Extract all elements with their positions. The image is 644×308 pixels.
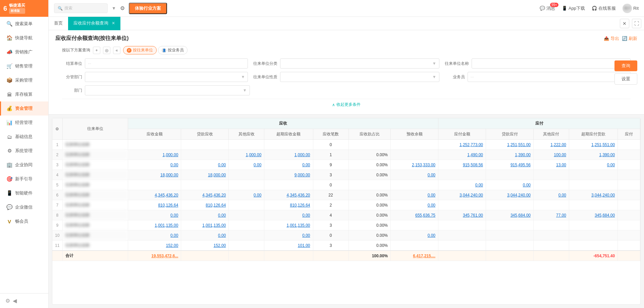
table-cell[interactable]: 152.00	[181, 240, 229, 251]
table-cell[interactable]: 1,000.00	[128, 150, 181, 160]
table-cell[interactable]: 18,000.00	[181, 170, 229, 180]
scheme-item-partner[interactable]: P 按往来单位	[123, 46, 157, 54]
set-button[interactable]: 设置	[614, 73, 637, 85]
table-cell[interactable]: 345,684.00	[569, 210, 618, 220]
sidebar-item-vip[interactable]: V 畅会员	[0, 214, 48, 228]
table-container[interactable]: ⚙ 往来单位 应收 应付 应收金额 贷款应收 其他应收 超期应收金额 应收笔数 …	[52, 118, 641, 305]
topbar-search[interactable]: 🔍 搜索	[54, 3, 108, 13]
table-cell[interactable]: 0.00	[181, 230, 229, 240]
table-cell[interactable]: 810,126.64	[181, 200, 229, 210]
table-cell[interactable]: 4,345,436.20	[264, 190, 313, 200]
table-cell[interactable]: 0.00	[438, 180, 486, 190]
sidebar-item-operations[interactable]: 📊 经营管理	[0, 116, 48, 130]
table-cell[interactable]: 4,345,436.20	[128, 190, 181, 200]
table-cell[interactable]: 1,001,135.00	[128, 220, 181, 230]
scheme-item-salesperson[interactable]: 👤 按业务员	[158, 46, 187, 54]
table-cell[interactable]: 810,126.64	[128, 200, 181, 210]
sidebar-item-search-menu[interactable]: 🔍 搜索菜单	[0, 17, 48, 31]
table-cell[interactable]: 0.00	[486, 180, 534, 190]
app-download-btn[interactable]: 📱 App下载	[562, 5, 585, 11]
table-cell[interactable]: 1,251,551.00	[569, 140, 618, 150]
settlement-input[interactable]: ···	[85, 58, 248, 69]
table-cell[interactable]: 0.00	[569, 160, 618, 170]
sidebar-item-sales[interactable]: 🛒 销售管理	[0, 59, 48, 73]
sidebar-item-quick-nav[interactable]: 🏠 快捷导航	[0, 31, 48, 45]
table-cell[interactable]: 0.00	[229, 160, 264, 170]
table-cell[interactable]: 4,345,436.20	[181, 190, 229, 200]
table-cell[interactable]: 3,044,240.00	[438, 190, 486, 200]
partner-category-input[interactable]: ▼	[280, 58, 439, 69]
table-cell[interactable]: 13.00	[534, 160, 569, 170]
table-cell[interactable]: 0.00	[264, 230, 313, 240]
partner-name-input[interactable]	[472, 58, 631, 69]
table-cell[interactable]: 0.00	[391, 200, 438, 210]
table-cell[interactable]: 0.00	[264, 160, 313, 170]
table-cell[interactable]: 655,636.75	[391, 210, 438, 220]
partner-nature-input[interactable]: ▼	[280, 72, 439, 82]
tab-close-icon[interactable]: ✕	[112, 21, 115, 26]
online-support-btn[interactable]: 🎧 在线客服	[592, 5, 616, 11]
tab-maximize-btn[interactable]: ⛶	[632, 19, 641, 28]
topbar-gear-icon[interactable]: ⚙	[120, 5, 125, 11]
sidebar-collapse-icon[interactable]: ◀	[13, 298, 17, 304]
refresh-button[interactable]: 🔄 刷新	[622, 36, 637, 42]
table-cell[interactable]: 0.00	[391, 230, 438, 240]
table-cell[interactable]: 345,684.00	[486, 210, 534, 220]
sidebar-item-inventory[interactable]: 🏛 库存核算	[0, 87, 48, 101]
table-cell[interactable]: 0.00	[128, 160, 181, 170]
sidebar-item-marketing[interactable]: 📣 营销推广	[0, 45, 48, 59]
user-menu[interactable]: 用户 Rit	[623, 4, 639, 13]
sidebar-item-capital[interactable]: 💰 资金管理	[0, 101, 48, 116]
table-cell[interactable]: 915,495.56	[486, 160, 534, 170]
sidebar-item-enterprise-collab[interactable]: 🏢 企业协同	[0, 158, 48, 172]
table-cell[interactable]: 152.00	[128, 240, 181, 251]
table-cell[interactable]: 1,001,135.00	[264, 220, 313, 230]
query-button[interactable]: 查询	[614, 60, 637, 71]
filter-collapse-btn[interactable]: ∧ 收起更多条件	[62, 99, 631, 110]
table-cell[interactable]: 0.00	[229, 190, 264, 200]
table-cell[interactable]: 1,251,551.00	[486, 140, 534, 150]
collapse-scheme-btn[interactable]: «	[113, 47, 120, 54]
table-cell[interactable]: 1,252,773.00	[438, 140, 486, 150]
table-cell[interactable]: 0.00	[391, 190, 438, 200]
table-cell[interactable]: 345,761.00	[438, 210, 486, 220]
export-button[interactable]: 📤 导出	[604, 36, 619, 42]
total-pre-recv[interactable]: 6,417,215....	[391, 251, 438, 261]
table-cell[interactable]: 0.00	[534, 190, 569, 200]
sidebar-item-beginner-guide[interactable]: 🎯 新手引导	[0, 172, 48, 186]
table-settings-icon[interactable]: ⚙	[52, 118, 62, 140]
sidebar-item-basic-info[interactable]: 🗂 基础信息	[0, 130, 48, 144]
table-cell[interactable]: 100.00	[534, 150, 569, 160]
table-cell[interactable]: 2,153,333.00	[391, 160, 438, 170]
table-cell[interactable]: 3,044,240.00	[569, 190, 618, 200]
table-cell[interactable]: 1,490.00	[438, 150, 486, 160]
table-cell[interactable]: 0.00	[264, 210, 313, 220]
edit-scheme-btn[interactable]: ◎	[103, 47, 110, 54]
table-cell[interactable]: 3,044,240.00	[486, 190, 534, 200]
table-cell[interactable]: 810,126.64	[264, 200, 313, 210]
tab-balance-query[interactable]: 应收应付余额查询 ✕	[68, 17, 120, 30]
salesperson-input[interactable]: ···	[468, 72, 631, 82]
table-cell[interactable]: 1,390.00	[486, 150, 534, 160]
sidebar-item-enterprise-wechat[interactable]: 💬 企业微信	[0, 200, 48, 214]
table-cell[interactable]: 0.00	[181, 160, 229, 170]
table-cell[interactable]: 18,000.00	[128, 170, 181, 180]
add-scheme-btn[interactable]: +	[93, 47, 100, 54]
table-cell[interactable]: 0.00	[128, 230, 181, 240]
table-cell[interactable]: 1,000.00	[264, 150, 313, 160]
sidebar-settings-icon[interactable]: ⚙	[5, 298, 10, 304]
table-cell[interactable]: 1,390.00	[569, 150, 618, 160]
tab-home[interactable]: 首页	[49, 17, 68, 30]
table-cell[interactable]: 1,222.00	[534, 140, 569, 150]
promo-button[interactable]: 体验行业方案	[129, 3, 167, 14]
messages-badge[interactable]: 💬 消息 99+	[540, 5, 555, 11]
table-cell[interactable]: 0.00	[391, 170, 438, 180]
sidebar-item-purchase[interactable]: 📦 采购管理	[0, 73, 48, 87]
tab-close-btn[interactable]: ✕	[620, 19, 629, 28]
table-cell[interactable]: 1,000.00	[229, 150, 264, 160]
dept-input[interactable]: ▼	[85, 72, 248, 82]
table-cell[interactable]: 915,508.56	[438, 160, 486, 170]
table-cell[interactable]: 0.00	[181, 210, 229, 220]
table-cell[interactable]: 9,000.00	[264, 170, 313, 180]
topbar-dropdown-icon[interactable]: ▼	[112, 6, 116, 11]
